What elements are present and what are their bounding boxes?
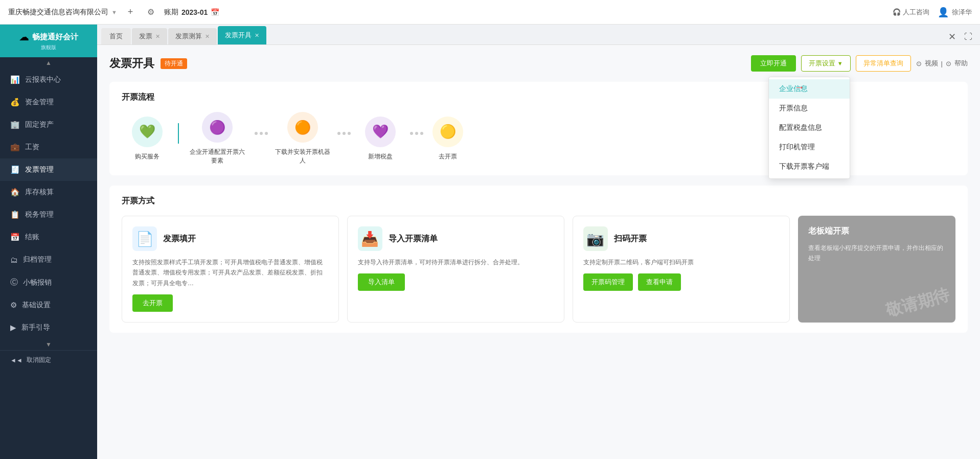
add-button[interactable]: + — [123, 5, 138, 19]
tab-fapiao[interactable]: 发票 ✕ — [132, 28, 167, 44]
billing-card-import: 📥 导入开票清单 支持导入待开票清单，可对待开票清单进行拆分、合并处理。 导入清… — [347, 216, 564, 323]
logo-icon: ☁ — [19, 31, 29, 43]
video-help-area: ⊙ 视频 | ⊙ 帮助 — [916, 59, 968, 68]
warehouse-icon: 🏠 — [10, 188, 20, 197]
dropdown-item-company[interactable]: 企业信息 — [769, 79, 850, 99]
logo-sub: 旗舰版 — [41, 44, 56, 51]
sidebar-item-guidang[interactable]: 🗂 归档管理 — [0, 248, 97, 271]
sidebar-scroll-down[interactable]: ▼ — [0, 339, 97, 350]
sidebar-item-fapiao[interactable]: 🧾 发票管理 — [0, 158, 97, 181]
consult-button[interactable]: 🎧 人工咨询 — [893, 8, 929, 17]
building-icon: 🏢 — [10, 120, 20, 129]
invoice-go-icon: 🟡 — [440, 124, 456, 140]
settings-dropdown-button[interactable]: 开票设置 ▼ — [801, 55, 851, 72]
dropdown-chevron-icon: ▼ — [837, 60, 843, 66]
card3-desc: 支持定制开票二维码，客户端可扫码开票 — [583, 257, 779, 267]
flow-step-4: 💜 新增税盘 — [355, 117, 406, 161]
flow-step-1: 💚 购买服务 — [122, 117, 173, 161]
dropdown-item-tax-config[interactable]: 配置税盘信息 — [769, 118, 850, 137]
dropdown-item-download[interactable]: 下载开票客户端 — [769, 157, 850, 176]
sidebar-scroll-up[interactable]: ▲ — [0, 57, 97, 68]
step1-label: 购买服务 — [135, 152, 159, 161]
manual-invoice-icon: 📄 — [136, 231, 154, 247]
window-close-button[interactable]: ✕ — [944, 29, 960, 44]
tab-close-kaiju[interactable]: ✕ — [255, 32, 259, 39]
import-icon: 📥 — [361, 231, 379, 247]
tax-icon: 📋 — [10, 210, 20, 219]
card2-desc: 支持导入待开票清单，可对待开票清单进行拆分、合并处理。 — [358, 257, 554, 267]
red-arrow: → — [794, 81, 805, 93]
billing-section-title: 开票方式 — [122, 196, 955, 206]
user-info[interactable]: 👤 徐泽华 — [938, 7, 972, 18]
card3-title: 扫码开票 — [614, 234, 647, 244]
page-title: 发票开具 — [109, 56, 154, 71]
card1-title: 发票填开 — [163, 234, 196, 244]
headset-icon: 🎧 — [893, 8, 901, 16]
anomaly-button[interactable]: 异常清单查询 — [856, 55, 911, 72]
expense-icon: Ⓒ — [10, 278, 18, 287]
flow-step-2: 🟣 企业开通配置开票六要素 — [184, 112, 250, 165]
step3-label: 下载并安装开票机器人 — [275, 148, 331, 165]
scan-icon: 📷 — [586, 231, 604, 247]
logo-text: 畅捷通好会计 — [32, 32, 78, 42]
activate-button[interactable]: 立即开通 — [751, 55, 796, 72]
dropdown-item-invoice-info[interactable]: 开票信息 — [769, 99, 850, 118]
help-label[interactable]: 帮助 — [954, 59, 968, 68]
sidebar-item-gongzi[interactable]: 💼 工资 — [0, 136, 97, 158]
sidebar-item-xinshou[interactable]: ▶ 新手引导 — [0, 316, 97, 339]
card1-btn[interactable]: 去开票 — [132, 294, 173, 312]
step4-label: 新增税盘 — [368, 152, 393, 161]
sidebar-item-gudingzichan[interactable]: 🏢 固定资产 — [0, 113, 97, 136]
sidebar-item-zijin[interactable]: 💰 资金管理 — [0, 91, 97, 113]
robot-icon: 🟠 — [294, 120, 311, 135]
tab-bar: 首页 发票 ✕ 发票测算 ✕ 发票开具 ✕ ✕ ⛶ — [97, 25, 980, 45]
billing-card-manual: 📄 发票填开 支持按照发票样式手工填开发票；可开具增值税电子普通发票、增值税普通… — [122, 216, 339, 323]
window-maximize-button[interactable]: ⛶ — [961, 29, 976, 44]
card2-btn[interactable]: 导入清单 — [358, 273, 405, 291]
settings-dropdown-menu: → 企业信息 开票信息 配置税盘信息 打印机管理 — [768, 77, 850, 179]
sidebar-item-jiezhang[interactable]: 📅 结账 — [0, 226, 97, 248]
settings-button[interactable]: ⚙ — [144, 5, 158, 19]
tab-home[interactable]: 首页 — [101, 28, 131, 44]
sidebar-item-xiaochang[interactable]: Ⓒ 小畅报销 — [0, 271, 97, 294]
settle-icon: 📅 — [10, 233, 20, 242]
question-icon: ⊙ — [946, 60, 951, 67]
card1-desc: 支持按照发票样式手工填开发票；可开具增值税电子普通发票、增值税普通发票、增值税专… — [132, 257, 328, 288]
calendar-icon: 📅 — [211, 8, 219, 16]
sidebar-item-yunbiaobiao[interactable]: 📊 云报表中心 — [0, 68, 97, 91]
overlay-text: 敬请期待 — [883, 284, 952, 323]
video-label[interactable]: 视频 — [925, 59, 938, 68]
sidebar-item-shuiwu[interactable]: 📋 税务管理 — [0, 203, 97, 226]
tab-fapiao-kaiju[interactable]: 发票开具 ✕ — [218, 26, 266, 44]
billing-card-boss: 老板端开票 查看老板端小程序提交的开票申请，并作出相应的处理 敬请期待 — [798, 216, 955, 323]
flow-step-5: 🟡 去开票 — [427, 117, 468, 161]
dropdown-item-printer[interactable]: 打印机管理 — [769, 137, 850, 157]
status-badge: 待开通 — [161, 58, 187, 69]
content-area: 首页 发票 ✕ 发票测算 ✕ 发票开具 ✕ ✕ ⛶ 发票开具 — [97, 25, 980, 459]
config-icon: 🟣 — [209, 120, 225, 135]
tab-close-cesuan[interactable]: ✕ — [205, 33, 210, 40]
play-icon: ⊙ — [916, 60, 922, 67]
sidebar-item-kucun[interactable]: 🏠 库存核算 — [0, 181, 97, 203]
sidebar-item-jichushezhi[interactable]: ⚙ 基础设置 — [0, 294, 97, 316]
card3-btn1[interactable]: 开票码管理 — [583, 273, 633, 291]
user-icon: 👤 — [938, 7, 949, 18]
card4-desc: 查看老板端小程序提交的开票申请，并作出相应的处理 — [808, 243, 945, 264]
gear-icon: ⚙ — [147, 7, 154, 17]
card3-btn2[interactable]: 查看申请 — [638, 273, 681, 291]
taxdisk-icon: 💜 — [372, 124, 389, 140]
invoice-icon: 🧾 — [10, 165, 20, 174]
chevron-down-icon: ▼ — [111, 9, 117, 15]
sidebar-cancel-fixed[interactable]: ◄◄ 取消固定 — [0, 350, 97, 370]
period-display: 账期 2023-01 📅 — [164, 8, 219, 17]
page-content: 发票开具 待开通 立即开通 开票设置 ▼ 异常清单查询 ⊙ 视频 | ⊙ — [97, 45, 980, 459]
tab-close-fapiao[interactable]: ✕ — [155, 33, 160, 40]
company-selector[interactable]: 重庆畅捷交通信息咨询有限公司 ▼ — [8, 8, 117, 17]
card2-title: 导入开票清单 — [389, 234, 438, 244]
flow-divider-1 — [178, 123, 179, 144]
top-bar: 重庆畅捷交通信息咨询有限公司 ▼ + ⚙ 账期 2023-01 📅 — [8, 5, 886, 19]
pin-icon: ◄◄ — [10, 357, 22, 364]
card4-title: 老板端开票 — [808, 226, 945, 237]
tab-fapiao-cesuan[interactable]: 发票测算 ✕ — [168, 28, 217, 44]
flow-step-3: 🟠 下载并安装开票机器人 — [272, 112, 333, 165]
